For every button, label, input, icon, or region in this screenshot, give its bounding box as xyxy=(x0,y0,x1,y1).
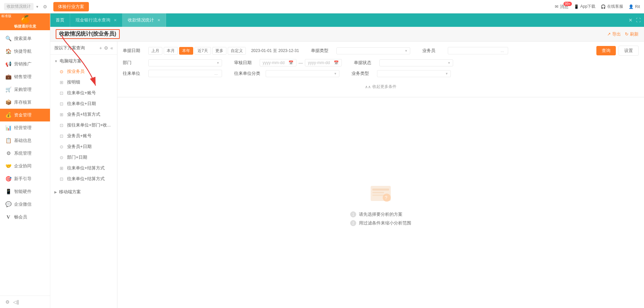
inventory-label: 库存核算 xyxy=(14,99,32,105)
unit-settle2-label: 往来单位+结算方式 xyxy=(67,176,105,182)
tree-group-mobile-title[interactable]: ▶ 移动端方案 xyxy=(50,187,117,197)
tree-item-unit-settle1[interactable]: ⊞ 往来单位+结算方式 xyxy=(50,163,117,173)
sidebar-item-enterprise-wechat[interactable]: 💬 企业微信 xyxy=(0,198,50,211)
date-btn-more[interactable]: 更多 xyxy=(212,47,226,55)
tab-home[interactable]: 首页 xyxy=(50,13,70,27)
breadcrumb-area: 收款情况统计 ▾ ⚙ 体验行业方案 xyxy=(4,2,555,11)
unit-date-label: 往来单位+日期 xyxy=(67,101,96,107)
app-download-link[interactable]: 📱 App下载 xyxy=(574,4,595,9)
sidebar-item-operation[interactable]: 📊 经营管理 xyxy=(0,121,50,134)
tab-receipt-stats-close[interactable]: ✕ xyxy=(157,18,160,22)
filter-area: 单据日期 上月 本月 本年 近7天 更多 自定义 2023-01-01 xyxy=(117,42,644,97)
trial-button[interactable]: 体验行业方案 xyxy=(53,2,89,11)
sidebar-item-quick-nav[interactable]: 🏠 快捷导航 xyxy=(0,45,50,58)
date-btn-custom[interactable]: 自定义 xyxy=(228,47,246,55)
date-btn-this-year[interactable]: 本年 xyxy=(179,47,193,55)
system-label: 系统管理 xyxy=(14,150,32,156)
svg-text:?: ? xyxy=(385,195,387,200)
query-button[interactable]: 查询 xyxy=(596,46,616,55)
settings-button[interactable]: 设置 xyxy=(619,46,639,56)
sidebar-settings-icon[interactable]: ⚙ xyxy=(5,299,10,305)
sidebar-collapse-icon[interactable]: ◁∥ xyxy=(13,299,19,305)
sidebar-item-member[interactable]: V 畅会员 xyxy=(0,211,50,223)
tree-item-unit-date[interactable]: ⊡ 往来单位+日期 xyxy=(50,98,117,109)
tree-item-staff-account[interactable]: ⊡ 业务员+账号 xyxy=(50,131,117,141)
collapse-bar[interactable]: ∧∧ 收起更多条件 xyxy=(123,81,639,93)
user-name-area[interactable]: 👤 Rit xyxy=(629,4,640,9)
tree-item-staff-date[interactable]: ⊙ 业务员+日期 xyxy=(50,141,117,152)
tree-item-unit-account[interactable]: ⊡ 往来单位+账号 xyxy=(50,88,117,98)
tab-receipt-stats[interactable]: 收款情况统计 ✕ xyxy=(122,13,166,27)
unit-settle1-label: 往来单位+结算方式 xyxy=(67,165,105,171)
refresh-button[interactable]: ↻ 刷新 xyxy=(625,31,639,37)
export-button[interactable]: ↗ 导出 xyxy=(607,31,621,37)
sidebar-item-system[interactable]: ⚙ 系统管理 xyxy=(0,147,50,160)
panel-collapse-icon[interactable]: « xyxy=(110,45,113,51)
sidebar-item-basic-info[interactable]: 📋 基础信息 xyxy=(0,134,50,147)
sidebar-item-search-menu[interactable]: 🔍 搜索菜单 xyxy=(0,32,50,45)
basic-info-label: 基础信息 xyxy=(14,138,32,144)
svg-rect-2 xyxy=(372,192,384,193)
page-area: 收款情况统计(按业务员) ↗ 导出 ↻ 刷新 按以下方 xyxy=(50,27,644,308)
sidebar-item-inventory[interactable]: 📦 库存核算 xyxy=(0,96,50,109)
tree-item-by-detail[interactable]: ⊞ 按明细 xyxy=(50,77,117,88)
date-btn-this-month[interactable]: 本月 xyxy=(164,47,178,55)
sidebar-item-enterprise[interactable]: 🤝 企业协同 xyxy=(0,160,50,172)
date-btn-7days[interactable]: 近7天 xyxy=(195,47,211,55)
empty-tips: 1 请先选择要分析的方案 2 用过滤条件来缩小分析范围 xyxy=(350,211,411,226)
tab-bar-right: ✕ ⛶ xyxy=(629,17,644,23)
enterprise-wechat-label: 企业微信 xyxy=(14,201,32,207)
guide-icon: 🎯 xyxy=(5,176,11,182)
tip-text-2: 用过滤条件来缩小分析范围 xyxy=(359,220,411,226)
sidebar-item-guide[interactable]: 🎯 新手引导 xyxy=(0,172,50,185)
biz-type-select[interactable]: ▾ xyxy=(377,70,451,77)
biz-type-chevron-icon: ▾ xyxy=(446,71,448,76)
audit-date-start[interactable]: yyyy-mm-dd 📅 xyxy=(260,59,297,66)
tree-item-unit-dept-collect[interactable]: ⊡ 按往来单位+部门+收... xyxy=(50,120,117,131)
staff-date-label: 业务员+日期 xyxy=(67,144,92,150)
window-close-btn[interactable]: ✕ xyxy=(629,17,633,23)
partner-category-select[interactable]: ▾ xyxy=(266,70,339,77)
sidebar-item-finance[interactable]: 💰 资金管理 xyxy=(0,109,50,121)
page-header: 收款情况统计(按业务员) ↗ 导出 ↻ 刷新 xyxy=(50,27,644,42)
top-header: 收款情况统计 ▾ ⚙ 体验行业方案 ✉ 消息 99+ 📱 App下载 🎧 在线客… xyxy=(0,0,644,13)
tab-bank-flow[interactable]: 现金银行流水查询 ✕ xyxy=(70,13,122,27)
dept-select[interactable]: ▾ xyxy=(148,59,222,66)
sidebar-item-smart-hw[interactable]: 📱 智能硬件 xyxy=(0,185,50,198)
staff-settle-label: 业务员+结算方式 xyxy=(67,111,100,117)
tree-item-by-staff[interactable]: ⊙ 按业务员 xyxy=(50,66,117,77)
audit-start-placeholder: yyyy-mm-dd xyxy=(263,60,284,65)
scheme-setting-icon[interactable]: ⚙ xyxy=(104,45,108,51)
breadcrumb-dropdown[interactable]: ▾ xyxy=(36,4,38,9)
sidebar-item-marketing[interactable]: 📢 营销推广 xyxy=(0,58,50,70)
tree-item-dept-date[interactable]: ⊙ 部门+日期 xyxy=(50,152,117,163)
type-select[interactable]: ▾ xyxy=(336,47,410,54)
purchase-label: 采购管理 xyxy=(14,87,32,93)
breadcrumb-gear-icon[interactable]: ⚙ xyxy=(43,4,47,9)
tree-item-unit-settle2[interactable]: ⊡ 往来单位+结算方式 xyxy=(50,173,117,184)
tree-group-desktop-title[interactable]: ▼ 电脑端方案 xyxy=(50,56,117,66)
tree-mobile-arrow: ▶ xyxy=(54,190,57,194)
tree-item-staff-settle[interactable]: ⊞ 业务员+结算方式 xyxy=(50,109,117,120)
date-btn-last-month[interactable]: 上月 xyxy=(148,47,162,55)
audit-end-placeholder: yyyy-mm-dd xyxy=(308,60,330,65)
operation-icon: 📊 xyxy=(5,125,11,131)
message-area[interactable]: ✉ 消息 99+ xyxy=(555,4,569,10)
window-maximize-btn[interactable]: ⛶ xyxy=(636,17,641,23)
bill-status-select[interactable]: ▾ xyxy=(379,59,453,66)
left-panel-header: 按以下方案查询 + ⚙ « xyxy=(50,42,117,55)
empty-state: ? 1 请先选择要分析的方案 2 用过滤条件来缩小分析范围 xyxy=(117,97,644,308)
system-icon: ⚙ xyxy=(5,150,11,156)
sidebar-item-sales[interactable]: 💼 销售管理 xyxy=(0,70,50,83)
empty-tip-1: 1 请先选择要分析的方案 xyxy=(350,211,411,217)
quick-nav-label: 快捷导航 xyxy=(14,48,32,54)
partner-label: 往来单位 xyxy=(123,70,143,76)
online-service-link[interactable]: 🎧 在线客服 xyxy=(601,4,623,9)
sidebar-item-purchase[interactable]: 🛒 采购管理 xyxy=(0,83,50,96)
add-scheme-icon[interactable]: + xyxy=(99,45,102,51)
partner-select[interactable]: ... xyxy=(148,70,222,77)
staff-select[interactable]: ... xyxy=(448,47,508,54)
tab-bank-flow-close[interactable]: ✕ xyxy=(114,18,117,22)
type-chevron-icon: ▾ xyxy=(405,49,407,53)
audit-date-end[interactable]: yyyy-mm-dd 📅 xyxy=(305,59,342,66)
